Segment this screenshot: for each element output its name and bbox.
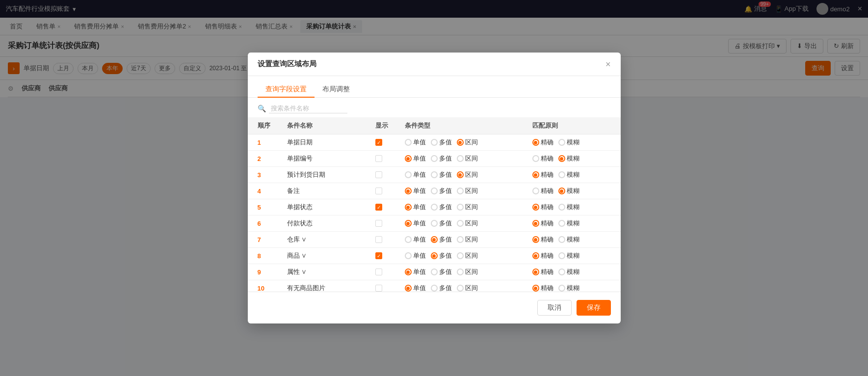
dialog-title: 设置查询区域布局	[258, 59, 316, 69]
dialog-tabs: 查询字段设置 布局调整	[248, 76, 621, 97]
dialog-overlay: 设置查询区域布局 × 查询字段设置 布局调整 🔍 顺序 条件名称 显示 条件类型…	[0, 0, 868, 97]
dialog-header: 设置查询区域布局 ×	[248, 53, 621, 76]
dialog-close-button[interactable]: ×	[605, 60, 611, 69]
settings-dialog: 设置查询区域布局 × 查询字段设置 布局调整 🔍 顺序 条件名称 显示 条件类型…	[248, 53, 621, 97]
tab-query-fields[interactable]: 查询字段设置	[258, 82, 315, 97]
tab-layout-adjust[interactable]: 布局调整	[315, 82, 358, 97]
